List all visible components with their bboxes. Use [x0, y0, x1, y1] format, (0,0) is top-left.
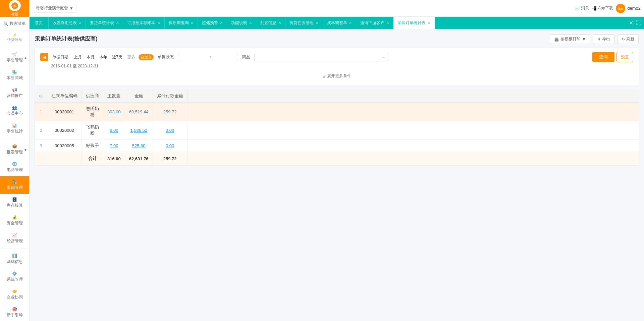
sidebar-item-ecommerce[interactable]: 🌐 电商管理 — [0, 158, 29, 176]
quantity-link[interactable]: 6.00 — [110, 128, 118, 133]
tab-fullscreen-btn[interactable]: ⛶ — [636, 20, 641, 26]
tab-pick-task[interactable]: 拣货任务管理 × — [285, 17, 323, 29]
tab-function-desc[interactable]: 功能说明 × — [227, 17, 256, 29]
filter-action-buttons: 查询 设置 — [592, 52, 633, 62]
chevron-down-icon: ▼ — [69, 6, 73, 11]
sidebar-item-collab[interactable]: 🤝 企业协同 — [0, 286, 29, 304]
tab-close-icon[interactable]: × — [386, 20, 389, 25]
print-label: 按模板打印 — [560, 36, 581, 42]
quantity-link[interactable]: 303.00 — [107, 109, 121, 114]
app-download-btn[interactable]: 📲 App下载 — [592, 5, 613, 11]
tab-config-info[interactable]: 配置信息 × — [256, 17, 285, 29]
sidebar-item-basic[interactable]: ℹ️ 基础信息 — [0, 250, 29, 268]
message-btn[interactable]: ✉️ 消息 — [575, 5, 589, 11]
tab-close-icon[interactable]: × — [249, 20, 252, 25]
footer-label: 合计 — [82, 152, 103, 165]
amount-link[interactable]: 1,586.52 — [130, 128, 147, 133]
sidebar-item-label: 库存核算 — [7, 203, 23, 208]
export-icon: ⬇ — [597, 37, 601, 42]
export-button[interactable]: ⬇ 导出 — [593, 34, 614, 44]
sidebar-item-retail[interactable]: 🛒 零售管理 ▲ — [0, 49, 29, 66]
quick-nav-btn[interactable]: ⚡ 快捷导航 — [0, 31, 29, 44]
shortcut-last-month[interactable]: 上月 — [72, 54, 83, 61]
page-title: 采购订单统计表(按供应商) — [35, 36, 98, 43]
table-row[interactable]: 2 00020002 飞鹤奶粉 6.00 1,586.52 0.00 — [35, 121, 639, 140]
sidebar-item-guide[interactable]: 🎯 新手引导 — [0, 304, 29, 321]
tab-purchase-stats[interactable]: 采购订单统计表 × — [393, 17, 435, 29]
tab-close-icon[interactable]: × — [278, 20, 281, 25]
sidebar-item-system[interactable]: ⚙️ 系统管理 — [0, 268, 29, 286]
tab-close-icon[interactable]: × — [116, 20, 119, 25]
filter-collapse-button[interactable]: ◀ — [40, 53, 48, 61]
tab-close-icon[interactable]: × — [191, 20, 194, 25]
collab-icon: 🤝 — [12, 289, 17, 294]
status-select[interactable]: ▼ — [178, 53, 238, 61]
basic-icon: ℹ️ — [12, 254, 17, 258]
sidebar-item-inventory[interactable]: 🗄️ 库存核算 — [0, 194, 29, 212]
tab-cost-adjust[interactable]: 成本调整单 × — [323, 17, 356, 29]
paid-link[interactable]: 259.72 — [163, 109, 177, 114]
tab-invite-downstream[interactable]: 邀请下游客户 × — [356, 17, 393, 29]
settings-button[interactable]: 设置 — [616, 52, 633, 62]
custom-date-badge[interactable]: 自定义 — [139, 54, 154, 60]
paid-link[interactable]: 0.00 — [166, 143, 174, 148]
sidebar-item-wholesale[interactable]: 📦 批发管理 ▼ — [0, 141, 29, 158]
shortcut-7days[interactable]: 近7天 — [111, 54, 124, 61]
shortcut-this-month[interactable]: 本月 — [85, 54, 96, 61]
table-footer-row: 合计 316.00 62,631.76 259.72 — [35, 152, 639, 165]
table-row[interactable]: 3 00020005 好孩子 7.00 525.80 0.00 — [35, 140, 639, 152]
tab-expiry-query[interactable]: 保质期查询 × — [165, 17, 198, 29]
footer-empty1 — [35, 152, 47, 165]
quantity-link[interactable]: 7.00 — [110, 143, 118, 148]
tab-usable-stock[interactable]: 可用量库存账本 × — [123, 17, 164, 29]
tab-label: 收发存汇总表 — [53, 20, 77, 26]
table-row[interactable]: 1 00020001 惠氏奶粉 303.00 60,519.44 259.72 — [35, 103, 639, 121]
username-label: demo2 — [627, 6, 641, 11]
sidebar-item-finance[interactable]: 💰 资金管理 — [0, 212, 29, 229]
workspace-selector[interactable]: 母婴行业演示账套 ▼ — [33, 4, 76, 13]
product-input[interactable] — [257, 55, 382, 59]
tab-close-icon[interactable]: × — [157, 20, 160, 25]
print-button[interactable]: 🖨️ 按模板打印 ▼ — [550, 34, 590, 44]
user-menu[interactable]: Ea demo2 — [616, 4, 641, 13]
tab-close-icon[interactable]: × — [349, 20, 352, 25]
amount-link[interactable]: 525.80 — [132, 143, 146, 148]
search-menu-label: 搜索菜单 — [10, 21, 26, 26]
tab-close-icon[interactable]: × — [79, 20, 82, 25]
chevron-down-icon: ▼ — [209, 55, 235, 59]
tab-overstock-warning[interactable]: 超储预警 × — [198, 17, 227, 29]
sidebar-item-retail-mall[interactable]: 🏪 零售商城 — [0, 66, 29, 84]
amount-link[interactable]: 60,519.44 — [129, 109, 149, 114]
query-button[interactable]: 查询 — [592, 52, 614, 62]
tab-order-stats[interactable]: 要货单统计表 × — [86, 17, 123, 29]
expand-more-button[interactable]: ⊞ 展开更多条件 — [322, 73, 351, 79]
tab-close-icon[interactable]: × — [316, 20, 318, 25]
sidebar-item-retail-stats[interactable]: 📊 零售统计 — [0, 120, 29, 138]
row-code: 00020001 — [47, 103, 82, 121]
row-amount: 525.80 — [125, 140, 153, 152]
tab-label: 保质期查询 — [169, 20, 189, 26]
sidebar-item-marketing[interactable]: 📢 营销推广 — [0, 84, 29, 102]
tab-close-icon[interactable]: × — [220, 20, 223, 25]
refresh-button[interactable]: ↻ 刷新 — [617, 34, 639, 44]
tab-close-all-btn[interactable]: ✕ — [629, 20, 633, 26]
tab-close-icon[interactable]: × — [428, 20, 430, 25]
th-settings[interactable]: ⚙ — [35, 90, 47, 103]
shortcut-more[interactable]: 更多 — [126, 54, 137, 61]
search-menu-button[interactable]: 🔍 搜索菜单 — [2, 19, 27, 28]
more-options-icon[interactable]: ··· — [382, 55, 385, 60]
svg-text:畅: 畅 — [13, 4, 16, 8]
row-num: 2 — [35, 121, 47, 140]
paid-link[interactable]: 0.00 — [166, 128, 174, 133]
sidebar-item-operations[interactable]: 📈 经营管理 — [0, 229, 29, 247]
app-download-label: App下载 — [598, 5, 613, 11]
tab-bar-actions: ✕ ⛶ — [626, 20, 644, 26]
tab-home[interactable]: 首页 — [30, 17, 49, 29]
sidebar-item-purchase[interactable]: 🛍️ 采购管理 — [0, 176, 29, 194]
shortcut-this-year[interactable]: 本年 — [98, 54, 109, 61]
tab-receive-summary[interactable]: 收发存汇总表 × — [49, 17, 86, 29]
sidebar-item-members[interactable]: 👥 会员中心 — [0, 102, 29, 120]
app-logo: 畅 标题 — [0, 0, 29, 17]
th-supplier: 供应商 — [82, 90, 103, 103]
top-bar: 母婴行业演示账套 ▼ ✉️ 消息 📲 App下载 Ea demo2 — [30, 0, 644, 17]
